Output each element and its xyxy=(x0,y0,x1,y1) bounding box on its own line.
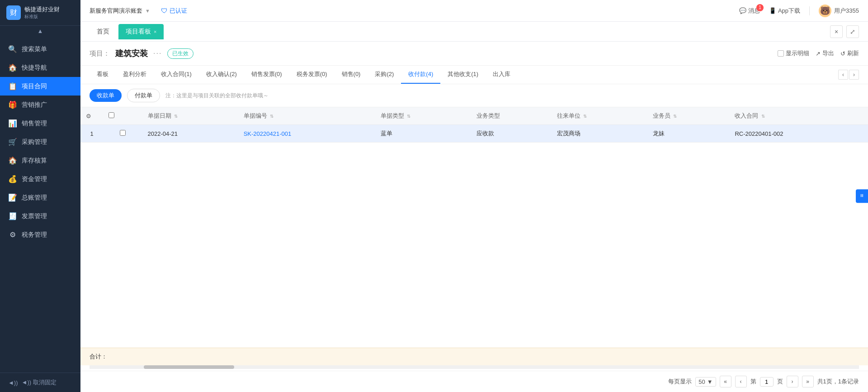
total-row: 合计： xyxy=(80,348,868,365)
partner-sort-icon: ⇅ xyxy=(583,114,587,119)
inventory-icon: 🏠 xyxy=(8,156,17,165)
sidebar-item-capital[interactable]: 💰资金管理 xyxy=(0,170,80,188)
th-type[interactable]: 单据类型 ⇅ xyxy=(375,107,471,125)
sidebar-item-inventory[interactable]: 🏠库存核算 xyxy=(0,151,80,170)
app-download-button[interactable]: 📱 App下载 xyxy=(769,7,800,15)
sidebar-item-label-invoice: 发票管理 xyxy=(22,212,47,220)
th-salesperson[interactable]: 业务员 ⇅ xyxy=(647,107,730,125)
th-biz-type: 业务类型 xyxy=(471,107,552,125)
close-window-button[interactable]: × xyxy=(830,25,843,38)
td-date: 2022-04-21 xyxy=(142,125,238,143)
td-number-link[interactable]: SK-20220421-001 xyxy=(244,130,292,137)
first-page-button[interactable]: « xyxy=(720,376,731,387)
select-all-checkbox[interactable] xyxy=(108,112,114,118)
app-logo-icon: 财 xyxy=(6,5,21,20)
user-menu[interactable]: 🐻 用户3355 xyxy=(819,5,859,17)
show-detail-checkbox[interactable] xyxy=(778,50,784,57)
sub-tab-payment[interactable]: 收付款(4) xyxy=(401,66,440,84)
phone-icon: 📱 xyxy=(769,7,776,14)
show-detail-toggle[interactable]: 显示明细 xyxy=(778,49,809,57)
sub-tab-prev-button[interactable]: ‹ xyxy=(838,70,848,80)
expand-window-button[interactable]: ⤢ xyxy=(846,25,859,38)
page-size-select[interactable]: 50 ▼ xyxy=(695,377,716,387)
th-partner-label: 往来单位 xyxy=(557,112,580,119)
refresh-button[interactable]: ↺ 刷新 xyxy=(840,49,859,57)
page-number-input[interactable] xyxy=(760,377,774,387)
sidebar-item-purchase[interactable]: 🛒采购管理 xyxy=(0,133,80,151)
sub-tab-tax-invoice[interactable]: 税务发票(0) xyxy=(289,66,335,84)
page-unit: 页 xyxy=(777,378,783,386)
table-scrollbar[interactable] xyxy=(90,365,859,369)
th-checkbox xyxy=(103,107,142,125)
th-partner[interactable]: 往来单位 ⇅ xyxy=(552,107,647,125)
th-type-label: 单据类型 xyxy=(381,112,404,119)
tab-close-icon[interactable]: × xyxy=(154,29,156,34)
settings-icon[interactable]: ⚙ xyxy=(86,113,91,120)
sub-tab-other[interactable]: 其他收支(1) xyxy=(440,66,486,84)
sidebar-unpin-button[interactable]: ◄)) ◄)) 取消固定 xyxy=(0,373,80,392)
tab-project-board-label: 项目看板 xyxy=(126,28,151,36)
th-date[interactable]: 单据日期 ⇅ xyxy=(142,107,238,125)
th-biz-type-label: 业务类型 xyxy=(476,112,500,119)
th-number[interactable]: 单据编号 ⇅ xyxy=(238,107,375,125)
page-size-label: 每页显示 xyxy=(668,378,692,386)
pagination: 每页显示 50 ▼ « ‹ 第 页 › » 共1页，1条记录 xyxy=(80,371,868,392)
search-icon: 🔍 xyxy=(8,45,17,53)
tab-home-label: 首页 xyxy=(97,28,109,36)
sidebar-scroll-up[interactable]: ▲ xyxy=(0,26,80,36)
sidebar-item-search[interactable]: 🔍搜索菜单 xyxy=(0,40,80,58)
project-status-badge: 已生效 xyxy=(167,48,193,59)
sub-tab-kanban[interactable]: 看板 xyxy=(90,66,116,84)
float-action-button[interactable]: ≡ xyxy=(856,189,868,203)
sub-tab-purchase[interactable]: 采购(2) xyxy=(368,66,401,84)
payment-button[interactable]: 付款单 xyxy=(127,89,160,102)
quick-icon: 🏠 xyxy=(8,63,17,72)
topbar-right: 💬 消息 1 📱 App下载 🐻 用户3355 xyxy=(739,5,859,17)
sub-tab-income-contract[interactable]: 收入合同(1) xyxy=(154,66,199,84)
sub-tab-inventory[interactable]: 出入库 xyxy=(486,66,518,84)
export-label: 导出 xyxy=(822,49,834,57)
sidebar-item-tax[interactable]: ⚙税务管理 xyxy=(0,225,80,244)
th-contract-label: 收入合同 xyxy=(735,112,758,119)
account-name: 新服务官网演示账套 xyxy=(90,7,142,15)
sidebar-item-label-tax: 税务管理 xyxy=(22,231,47,239)
table-row[interactable]: 1 2022-04-21 SK-20220421-001 蓝单 应收款 宏茂商场 xyxy=(80,125,868,143)
message-button[interactable]: 💬 消息 1 xyxy=(739,7,760,15)
sub-tab-income-confirm[interactable]: 收入确认(2) xyxy=(199,66,244,84)
prev-page-button[interactable]: ‹ xyxy=(735,376,747,387)
sub-tab-sales[interactable]: 销售(0) xyxy=(335,66,368,84)
sidebar-item-marketing[interactable]: 🎁营销推广 xyxy=(0,96,80,114)
last-page-button[interactable]: » xyxy=(802,376,814,387)
sidebar-item-label-marketing: 营销推广 xyxy=(22,101,47,109)
sidebar-item-invoice[interactable]: 🧾发票管理 xyxy=(0,207,80,225)
sidebar-item-label-ledger: 总账管理 xyxy=(22,194,47,202)
table-scrollbar-thumb[interactable] xyxy=(144,365,234,369)
sidebar-item-project[interactable]: 📋项目合同 xyxy=(0,77,80,96)
sidebar-item-label-project: 项目合同 xyxy=(22,82,47,91)
next-page-button[interactable]: › xyxy=(787,376,798,387)
sub-tab-profit[interactable]: 盈利分析 xyxy=(116,66,154,84)
export-button[interactable]: ↗ 导出 xyxy=(816,49,834,57)
tab-project-board[interactable]: 项目看板 × xyxy=(118,24,164,39)
td-partner: 宏茂商场 xyxy=(552,125,647,143)
sidebar-item-quick[interactable]: 🏠快捷导航 xyxy=(0,58,80,77)
sub-tab-sales-invoice[interactable]: 销售发票(0) xyxy=(244,66,289,84)
sub-tab-next-button[interactable]: › xyxy=(849,70,859,80)
th-number-label: 单据编号 xyxy=(244,112,267,119)
sub-tab-nav: ‹ › xyxy=(838,70,859,80)
sidebar-item-sales[interactable]: 📊销售管理 xyxy=(0,114,80,133)
sidebar-item-label-capital: 资金管理 xyxy=(22,175,47,183)
message-badge: 1 xyxy=(756,4,764,11)
shield-icon: 🛡 xyxy=(161,7,168,14)
row-checkbox[interactable] xyxy=(120,130,126,136)
receipt-button[interactable]: 收款单 xyxy=(90,89,122,102)
tab-home[interactable]: 首页 xyxy=(90,24,117,39)
project-more-button[interactable]: ··· xyxy=(153,49,162,57)
th-contract[interactable]: 收入合同 ⇅ xyxy=(729,107,868,125)
user-name: 用户3355 xyxy=(834,7,859,15)
tax-icon: ⚙ xyxy=(8,230,17,239)
sidebar-item-label-sales: 销售管理 xyxy=(22,120,47,128)
account-selector[interactable]: 新服务官网演示账套 ▼ xyxy=(90,7,150,15)
page-size-arrow: ▼ xyxy=(707,378,713,385)
sidebar-item-ledger[interactable]: 📝总账管理 xyxy=(0,188,80,207)
